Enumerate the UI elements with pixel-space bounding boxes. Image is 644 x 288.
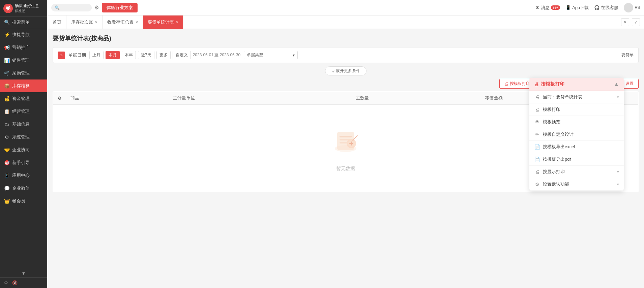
default-func-chevron: ▾ — [617, 182, 619, 187]
sidebar-item-search[interactable]: 🔍 搜索菜单 — [0, 17, 47, 28]
message-icon: ✉ — [536, 5, 539, 10]
dropdown-item-template-print[interactable]: 🖨 模板打印 — [529, 103, 624, 116]
app-download-label: App下载 — [572, 5, 589, 11]
sidebar-item-enterprise[interactable]: 🤝 企业协同 — [0, 143, 47, 156]
order-type-chevron: ▾ — [293, 53, 295, 58]
gear-icon[interactable]: ⚙ — [94, 4, 99, 11]
col-unit: 主计量单位 — [169, 92, 352, 105]
sidebar-item-guide[interactable]: 🎯 新手引导 — [0, 156, 47, 169]
filter-expand-btn[interactable]: » — [58, 52, 65, 59]
export-pdf-icon: 📄 — [534, 157, 540, 162]
sidebar-item-basics[interactable]: 🗂 基础信息 — [0, 118, 47, 131]
sidebar-label-basics: 基础信息 — [12, 121, 30, 127]
tab-order-stats[interactable]: 要货单统计表 × — [143, 15, 183, 29]
mute-icon[interactable]: 🔇 — [12, 280, 18, 285]
sidebar-item-marketing[interactable]: 📢 营销推广 — [0, 41, 47, 54]
sidebar-item-quick-nav[interactable]: ⚡ 快捷导航 — [0, 28, 47, 41]
col-quantity: 主数量 — [352, 92, 481, 105]
sidebar-label-apps: 应用中心 — [12, 172, 30, 179]
current-chevron: ▾ — [617, 95, 619, 99]
sidebar-item-operations[interactable]: 📋 经营管理 — [0, 105, 47, 118]
user-avatar-item[interactable]: Rit — [624, 3, 640, 12]
user-name: Rit — [635, 5, 640, 10]
scroll-down-btn[interactable]: ▼ — [0, 269, 47, 277]
logo-icon: 畅 — [3, 4, 13, 13]
dropdown-item-template-preview[interactable]: 👁 模板预览 — [529, 116, 624, 128]
tab-collection-summary-close[interactable]: × — [136, 20, 138, 25]
current-template-label: 当前：要货单统计表 — [543, 94, 582, 100]
page-title: 要货单统计表(按商品) — [53, 34, 639, 42]
tab-collection-summary[interactable]: 收发存汇总表 × — [103, 15, 143, 29]
sidebar-label-system: 系统管理 — [12, 134, 30, 140]
tabs-actions: × ⤢ — [621, 18, 640, 26]
maximize-tab-btn[interactable]: ⤢ — [632, 18, 640, 26]
export-pdf-label: 按模板导出pdf — [543, 156, 571, 162]
svg-rect-4 — [340, 142, 347, 143]
app-name: 畅康通好生意 — [15, 3, 39, 9]
expand-more-bar: ▽ 展开更多条件 — [53, 66, 639, 75]
col-goods: 商品 — [66, 92, 169, 105]
sidebar-label-quick-nav: 快捷导航 — [12, 32, 30, 38]
sidebar-item-system[interactable]: ⚙ 系统管理 — [0, 131, 47, 143]
filter-right: 要货单 — [621, 52, 634, 58]
date-range-display: 2023-06-01 至 2023-06-30 — [193, 52, 240, 58]
date-btn-7days[interactable]: 近7天 — [138, 51, 154, 59]
empty-text: 暂无数据 — [336, 166, 355, 172]
date-btn-last-month[interactable]: 上月 — [89, 51, 104, 59]
sidebar-item-weixin[interactable]: 💬 企业微信 — [0, 182, 47, 195]
tab-home[interactable]: 首页 — [51, 15, 66, 29]
online-service-item[interactable]: 🎧 在线客服 — [594, 5, 618, 11]
online-service-label: 在线客服 — [601, 5, 618, 11]
close-tab-btn[interactable]: × — [621, 18, 629, 26]
print-icon: 🖨 — [504, 82, 508, 86]
sidebar-item-purchase[interactable]: 🛒 采购管理 — [0, 67, 47, 79]
sidebar-item-finance[interactable]: 💰 资金管理 — [0, 92, 47, 105]
quick-nav-icon: ⚡ — [4, 32, 9, 37]
col-settings-icon[interactable]: ⚙ — [58, 96, 62, 101]
date-btn-this-year[interactable]: 本年 — [122, 51, 136, 59]
print-dropdown-popup: 🖨 按模板打印 ▲ 🖨 当前：要货单统计表 ▾ 🖨 模板打印 👁 模板预览 ✏ — [529, 78, 624, 191]
tab-batch-account-close[interactable]: × — [95, 20, 97, 25]
dropdown-item-export-pdf[interactable]: 📄 按模板导出pdf — [529, 153, 624, 166]
sidebar-item-apps[interactable]: 📱 应用中心 — [0, 169, 47, 182]
filter-bar: » 单据日期 上月 本月 本年 近7天 更多 自定义 2023-06-01 至 … — [53, 47, 639, 63]
dropdown-item-default-func[interactable]: ⚙ 设置默认功能 ▾ — [529, 178, 624, 191]
sidebar-item-inventory[interactable]: 📦 库存核算 — [0, 79, 47, 92]
main-area: 🔍 ⚙ 体验行业方案 ✉ 消息 99+ 📱 App下载 🎧 在线客服 Rit — [47, 0, 644, 288]
dropdown-item-display-print[interactable]: 🖨 按显示打印 ▾ — [529, 166, 624, 178]
tab-batch-account[interactable]: 库存批次账 × — [66, 15, 103, 29]
date-filter-group: 上月 本月 本年 近7天 更多 自定义 2023-06-01 至 2023-06… — [89, 51, 240, 59]
default-func-label: 设置默认功能 — [543, 181, 569, 187]
basics-icon: 🗂 — [4, 122, 9, 127]
order-type-select[interactable]: 单据类型 ▾ — [244, 51, 298, 59]
tab-home-label: 首页 — [53, 19, 61, 25]
sidebar-label-marketing: 营销推广 — [12, 44, 30, 51]
svg-rect-2 — [340, 136, 352, 137]
sidebar-item-sales[interactable]: 📊 销售管理 — [0, 54, 47, 67]
topbar-search[interactable]: 🔍 — [51, 4, 92, 11]
sidebar-item-member[interactable]: 👑 畅会员 — [0, 195, 47, 207]
date-filter-label: 单据日期 — [68, 52, 86, 58]
date-btn-this-month[interactable]: 本月 — [106, 51, 120, 59]
messages-item[interactable]: ✉ 消息 99+ — [536, 5, 560, 11]
dropdown-close-btn[interactable]: ▲ — [614, 81, 619, 87]
trial-button[interactable]: 体验行业方案 — [102, 3, 138, 12]
tab-order-stats-label: 要货单统计表 — [148, 19, 174, 25]
dropdown-item-template-custom[interactable]: ✏ 模板自定义设计 — [529, 128, 624, 141]
sidebar-label-purchase: 采购管理 — [12, 70, 30, 76]
inventory-icon: 📦 — [4, 83, 9, 89]
sidebar-label-finance: 资金管理 — [12, 96, 30, 102]
date-btn-custom[interactable]: 自定义 — [173, 51, 191, 59]
dropdown-item-current: 🖨 当前：要货单统计表 ▾ — [529, 91, 624, 103]
expand-more-btn[interactable]: ▽ 展开更多条件 — [325, 66, 367, 75]
tab-order-stats-close[interactable]: × — [176, 20, 178, 25]
settings-bottom-icon[interactable]: ⚙ — [4, 280, 8, 285]
marketing-icon: 📢 — [4, 45, 9, 50]
operations-icon: 📋 — [4, 109, 9, 114]
settings-btn-label: 设置 — [625, 81, 634, 86]
app-download-item[interactable]: 📱 App下载 — [565, 5, 589, 11]
template-print-icon: 🖨 — [534, 107, 540, 112]
display-print-chevron: ▾ — [617, 170, 619, 174]
dropdown-item-export-excel[interactable]: 📄 按模板导出excel — [529, 141, 624, 153]
date-btn-more[interactable]: 更多 — [156, 51, 171, 59]
